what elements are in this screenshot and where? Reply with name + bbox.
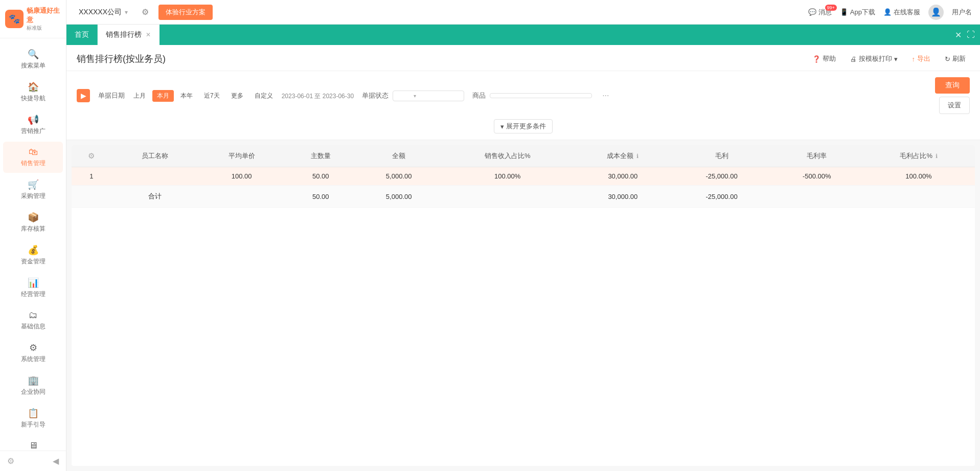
help-icon: ❓ xyxy=(812,55,821,63)
app-download-button[interactable]: 📱 App下载 xyxy=(840,8,875,17)
cell-amount: 5,000.00 xyxy=(356,167,442,186)
finance-icon: 💰 xyxy=(28,244,39,256)
column-settings-icon[interactable]: ⚙ xyxy=(88,151,95,160)
marketing-icon: 📢 xyxy=(28,114,39,125)
settings-bottom-icon[interactable]: ⚙ xyxy=(7,456,14,466)
logo-area: 🐾 畅康通好生意 标准版 xyxy=(0,0,66,38)
goods-input[interactable] xyxy=(490,93,592,98)
help-button[interactable]: ❓ 帮助 xyxy=(808,52,840,65)
chevron-down-icon: ▾ xyxy=(125,9,128,16)
user-name-label[interactable]: 用户名 xyxy=(952,8,972,17)
th-settings: ⚙ xyxy=(72,145,111,167)
table-area: ⚙ 员工名称 平均单价 主数量 全额 销售收入占比% 成本全额 ℹ 毛利 毛利率… xyxy=(72,145,975,466)
date-btn-this-year[interactable]: 本年 xyxy=(176,90,197,102)
sidebar-item-app[interactable]: 🖥 应用中心 xyxy=(3,435,63,451)
inventory-icon: 📦 xyxy=(28,212,39,223)
refresh-button[interactable]: ↻ 刷新 xyxy=(941,52,970,65)
date-buttons: 上月 本月 本年 近7天 更多 自定义 xyxy=(129,90,278,102)
purchase-icon: 🛒 xyxy=(28,179,39,190)
status-dropdown-icon: ▾ xyxy=(414,93,416,99)
sidebar-item-sales[interactable]: 🛍 销售管理 xyxy=(3,142,63,173)
user-avatar[interactable]: 👤 xyxy=(928,5,944,20)
filter-action-area: 查询 设置 xyxy=(935,77,970,114)
date-btn-more[interactable]: 更多 xyxy=(226,90,248,102)
date-range-display: 2023-06-01 至 2023-06-30 xyxy=(282,92,354,101)
footer-qty: 50.00 xyxy=(285,186,356,208)
footer-cost: 30,000.00 xyxy=(574,186,672,208)
sidebar-item-enterprise[interactable]: 🏢 企业协同 xyxy=(3,370,63,401)
query-button[interactable]: 查询 xyxy=(935,77,970,94)
table-footer: 合计 50.00 5,000.00 30,000.00 -25,000.00 xyxy=(72,186,975,208)
footer-empty1 xyxy=(72,186,111,208)
sidebar-item-purchase[interactable]: 🛒 采购管理 xyxy=(3,174,63,206)
help-label: 帮助 xyxy=(823,54,836,63)
page-content: 销售排行榜(按业务员) ❓ 帮助 🖨 按模板打印 ▾ ↑ 导出 ↻ 刷新 xyxy=(66,45,980,471)
date-label: 单据日期 xyxy=(98,91,125,100)
cell-rank: 1 xyxy=(72,167,111,186)
sidebar-item-marketing[interactable]: 📢 营销推广 xyxy=(3,109,63,141)
brand-name: 畅康通好生意 xyxy=(27,6,61,25)
sidebar-item-search[interactable]: 🔍 搜索菜单 xyxy=(3,43,63,75)
sidebar-item-inventory[interactable]: 📦 库存核算 xyxy=(3,207,63,238)
tab-close-icon[interactable]: ✕ xyxy=(146,31,151,38)
status-select[interactable]: ▾ xyxy=(393,91,464,101)
print-button[interactable]: 🖨 按模板打印 ▾ xyxy=(846,52,902,65)
online-service-button[interactable]: 👤 在线客服 xyxy=(883,8,920,17)
system-icon: ⚙ xyxy=(29,342,37,353)
tab-sales-rank[interactable]: 销售排行榜 ✕ xyxy=(98,25,159,45)
app-icon: 🖥 xyxy=(29,440,38,451)
sidebar-item-basic[interactable]: 🗂 基础信息 xyxy=(3,305,63,336)
sidebar-item-operation[interactable]: 📊 经营管理 xyxy=(3,272,63,304)
filter-toggle-button[interactable]: ▶ xyxy=(77,89,90,102)
th-cost: 成本全额 ℹ xyxy=(574,145,672,167)
sidebar-item-system[interactable]: ⚙ 系统管理 xyxy=(3,337,63,369)
collapse-icon[interactable]: ◀ xyxy=(53,456,59,466)
export-button[interactable]: ↑ 导出 xyxy=(908,52,935,65)
service-label: 在线客服 xyxy=(894,8,920,17)
date-btn-this-month[interactable]: 本月 xyxy=(152,90,174,102)
settings-gear-button[interactable]: ⚙ xyxy=(137,4,153,20)
cell-sales-pct: 100.00% xyxy=(441,167,574,186)
date-btn-custom[interactable]: 自定义 xyxy=(250,90,278,102)
date-btn-last-month[interactable]: 上月 xyxy=(129,90,150,102)
message-button[interactable]: 💬 消息 99+ xyxy=(808,8,832,17)
sidebar-item-finance[interactable]: 💰 资金管理 xyxy=(3,239,63,271)
tab-home[interactable]: 首页 xyxy=(66,25,98,45)
tab-bar-actions: ✕ ⛶ xyxy=(955,25,980,45)
company-selector[interactable]: XXXXXX公司 ▾ xyxy=(75,6,132,19)
th-sales-pct: 销售收入占比% xyxy=(441,145,574,167)
table-body: 1 100.00 50.00 5,000.00 100.00% 30,000.0… xyxy=(72,167,975,186)
sidebar-item-guide[interactable]: 📋 新手引导 xyxy=(3,402,63,434)
date-btn-7days[interactable]: 近7天 xyxy=(199,90,224,102)
footer-avg-price xyxy=(198,186,285,208)
table-header-row: ⚙ 员工名称 平均单价 主数量 全额 销售收入占比% 成本全额 ℹ 毛利 毛利率… xyxy=(72,145,975,167)
filter-row: ▶ 单据日期 上月 本月 本年 近7天 更多 自定义 2023-06-01 至 … xyxy=(77,77,970,114)
status-label: 单据状态 xyxy=(362,91,389,100)
sales-icon: 🛍 xyxy=(29,147,38,158)
tab-home-label: 首页 xyxy=(75,30,89,39)
export-icon: ↑ xyxy=(912,55,916,63)
filter-more-dots[interactable]: ··· xyxy=(600,91,611,100)
tab-expand-icon[interactable]: ⛶ xyxy=(967,30,975,39)
trial-button[interactable]: 体验行业方案 xyxy=(158,5,213,20)
home-icon: 🏠 xyxy=(28,81,39,93)
tab-close-window-icon[interactable]: ✕ xyxy=(955,30,962,40)
sidebar-nav: 🔍 搜索菜单 🏠 快捷导航 📢 营销推广 🛍 销售管理 🛒 采购管理 📦 库存核… xyxy=(0,38,66,451)
search-icon: 🔍 xyxy=(28,49,39,60)
expand-button[interactable]: ▾ 展开更多条件 xyxy=(494,119,553,133)
cell-cost: 30,000.00 xyxy=(574,167,672,186)
filter-goods: 商品 xyxy=(472,91,592,100)
cell-qty: 50.00 xyxy=(285,167,356,186)
sidebar-item-shortcut[interactable]: 🏠 快捷导航 xyxy=(3,76,63,108)
th-name: 员工名称 xyxy=(111,145,198,167)
print-icon: 🖨 xyxy=(850,55,857,63)
th-qty: 主数量 xyxy=(285,145,356,167)
expand-icon: ▾ xyxy=(500,123,504,130)
basic-icon: 🗂 xyxy=(29,310,38,321)
filter-settings-button[interactable]: 设置 xyxy=(939,97,970,114)
th-amount: 全额 xyxy=(356,145,442,167)
cost-info-icon[interactable]: ℹ xyxy=(636,153,639,159)
header-right: 💬 消息 99+ 📱 App下载 👤 在线客服 👤 用户名 xyxy=(808,5,972,20)
gross-pct-info-icon[interactable]: ℹ xyxy=(936,153,938,159)
brand-sub: 标准版 xyxy=(27,25,61,32)
